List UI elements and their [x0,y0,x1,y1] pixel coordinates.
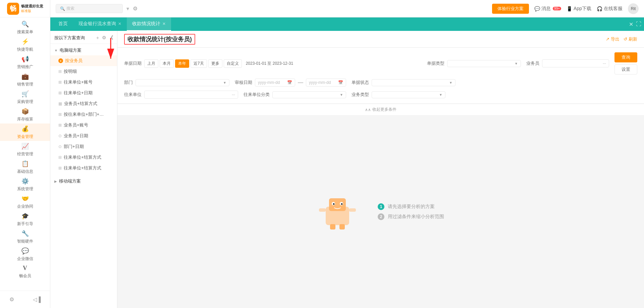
sidebar-item-wechat[interactable]: 💬 企业微信 [0,246,50,263]
unit-category-select[interactable]: ▼ [272,91,346,98]
robot-svg [317,192,358,232]
close-window-icon[interactable]: ✕ [629,21,633,28]
tab-cashflow-label: 现金银行流水查询 [78,21,116,27]
collapse-bar[interactable]: ∧∧ 收起更多条件 [117,104,644,115]
docstatus-arrow-icon: ▼ [449,81,452,85]
sidebar-item-label: 基础信息 [17,169,33,174]
collapse-up-icon: ∧∧ [365,107,371,112]
search-icon: 🔍 [60,6,65,11]
sidebar-item-inventory[interactable]: 📦 库存核算 [0,106,50,123]
audit-date-filter: 审核日期 yyyy-mm-dd 📅 — yyyy-mm-dd 📅 [235,79,346,87]
empty-content: 1 请先选择要分析的方案 2 用过滤条件来缩小分析范围 [317,192,444,232]
sidebar-item-member[interactable]: V 畅会员 [0,263,50,280]
source-unit-more-icon: ··· [232,92,235,97]
date-btn-thisyear[interactable]: 本年 [175,59,189,68]
sidebar-item-label: 搜索菜单 [17,29,33,35]
search-placeholder: 搜索 [66,6,74,11]
system-icon: ⚙️ [21,177,29,185]
docstatus-select[interactable]: ▼ [372,79,455,86]
dept-select[interactable]: ▼ [136,79,229,86]
date-btn-lastmonth[interactable]: 上月 [144,59,158,68]
date-range-display: 2023-01-01 至 2023-12-31 [246,61,293,66]
mobile-scheme-title[interactable]: ▶ 移动端方案 [50,176,117,186]
export-button[interactable]: ↗ 导出 [606,36,620,42]
hardware-icon: 🔧 [21,230,29,237]
sidebar-item-guide[interactable]: 🎓 新手引导 [0,211,50,228]
search-box[interactable]: 🔍 搜索 [56,4,123,13]
query-button[interactable]: 查询 [614,52,637,62]
source-unit-select[interactable]: ··· [144,91,238,99]
topbar-dropdown-icon[interactable]: ▼ [125,6,130,11]
empty-illustration [317,192,358,232]
salesperson-select[interactable]: ··· [542,59,609,67]
logo-name: 畅捷通好生意 [21,4,43,9]
audit-date-end[interactable]: yyyy-mm-dd 📅 [306,79,346,87]
tab-collection[interactable]: 收款情况统计 ✕ [127,17,171,31]
scheme-item-salesperson-settle[interactable]: ▦ 业务员+结算方式 [50,98,117,109]
avatar-text: Rit [631,6,636,11]
header-actions: ＋ ⚙ 《 [95,35,113,41]
scheme-item-unit-date[interactable]: ⊠ 往来单位+日期 [50,88,117,98]
refresh-button[interactable]: ↺ 刷新 [624,36,637,42]
sidebar-item-label: 营销推广 [17,64,33,70]
sidebar-item-marketing[interactable]: 📢 营销推广 [0,54,50,71]
filter-row-3: 往来单位 ··· 往来单位分类 ▼ 业务类型 [124,91,637,99]
tab-cashflow[interactable]: 现金银行流水查询 ✕ [73,17,127,31]
sidebar-item-system[interactable]: ⚙️ 系统管理 [0,176,50,193]
message-btn[interactable]: 💬 消息 99+ [534,6,561,12]
doctype-select[interactable]: ▼ [447,60,521,67]
setting-button[interactable]: 设置 [614,64,637,74]
tab-home[interactable]: 首页 [53,17,73,31]
collapse-arrow-icon: ▶ [54,179,57,183]
sidebar-item-search[interactable]: 🔍 搜索菜单 [0,19,50,36]
scheme-item-label: 业务员+账号 [64,122,88,128]
sidebar-item-purchase[interactable]: 🛒 采购管理 [0,89,50,106]
service-btn[interactable]: 🎧 在线客服 [597,6,623,12]
date-btn-custom[interactable]: 自定义 [224,59,242,68]
scheme-item-unit-dept[interactable]: ⊠ 按往来单位+部门+收... [50,109,117,120]
date-btn-thismonth[interactable]: 本月 [160,59,174,68]
date-btn-more[interactable]: 更多 [208,59,222,68]
collapse-sidebar-icon[interactable]: ◁▐ [33,296,41,303]
salesperson-more-icon: ··· [603,61,606,66]
download-btn[interactable]: 📱 App下载 [567,6,591,12]
scheme-item-unit-account[interactable]: ⊠ 往来单位+账号 [50,77,117,88]
scheme-item-detail[interactable]: ⊞ 按明细 [50,66,117,77]
edition-label: 标准版 [21,9,43,13]
maximize-icon[interactable]: ⛶ [636,21,641,27]
settings-footer-icon[interactable]: ⚙ [9,296,14,303]
sidebar-item-sales[interactable]: 💼 销售管理 [0,71,50,89]
sidebar-item-enterprise[interactable]: 🤝 企业协同 [0,193,50,211]
tab-collection-close[interactable]: ✕ [162,21,166,26]
sidebar-item-quicknav[interactable]: ⚡ 快捷导航 [0,36,50,54]
date-btn-7days[interactable]: 近7天 [191,59,207,68]
service-icon: 🎧 [597,6,602,11]
sidebar-item-finance[interactable]: 💰 资金管理 [0,123,50,141]
collapse-panel-icon[interactable]: 《 [108,35,113,41]
date-label: 单据日期 [124,60,142,66]
sidebar-item-operation[interactable]: 📈 经营管理 [0,141,50,158]
tab-cashflow-close[interactable]: ✕ [118,21,121,26]
sidebar-item-basic[interactable]: 📋 基础信息 [0,158,50,176]
doctype-label: 单据类型 [427,60,444,66]
topbar-settings-icon[interactable]: ⚙ [133,5,138,12]
pc-scheme-title[interactable]: ▼ 电脑端方案 [50,45,117,55]
trial-button[interactable]: 体验行业方案 [492,4,529,14]
scheme-settings-icon[interactable]: ⚙ [102,35,106,41]
avatar[interactable]: Rit [628,3,639,14]
salesperson-date-icon: ⊙ [58,134,62,138]
export-label: 导出 [611,36,620,42]
audit-date-start[interactable]: yyyy-mm-dd 📅 [255,79,295,87]
step-num-1: 1 [378,203,384,210]
main-area: 🔍 搜索 ▼ ⚙ 体验行业方案 💬 消息 99+ 📱 App下载 🎧 在线客服 [50,0,644,308]
sidebar-item-hardware[interactable]: 🔧 智能硬件 [0,228,50,246]
scheme-item-salesperson-account[interactable]: ⊠ 业务员+账号 [50,120,117,131]
scheme-item-dept-date[interactable]: ⊙ 部门+日期 [50,141,117,152]
scheme-item-salesperson[interactable]: ● 按业务员 [50,55,117,66]
scheme-item-salesperson-date[interactable]: ⊙ 业务员+日期 [50,131,117,141]
scheme-item-unit-settle1[interactable]: ⊞ 往来单位+结算方式 [50,152,117,163]
business-type-select[interactable]: ▼ [372,91,445,98]
add-scheme-icon[interactable]: ＋ [95,35,100,41]
search-icon: 🔍 [21,20,29,28]
scheme-item-unit-settle2[interactable]: ⊠ 往来单位+结算方式 [50,163,117,173]
